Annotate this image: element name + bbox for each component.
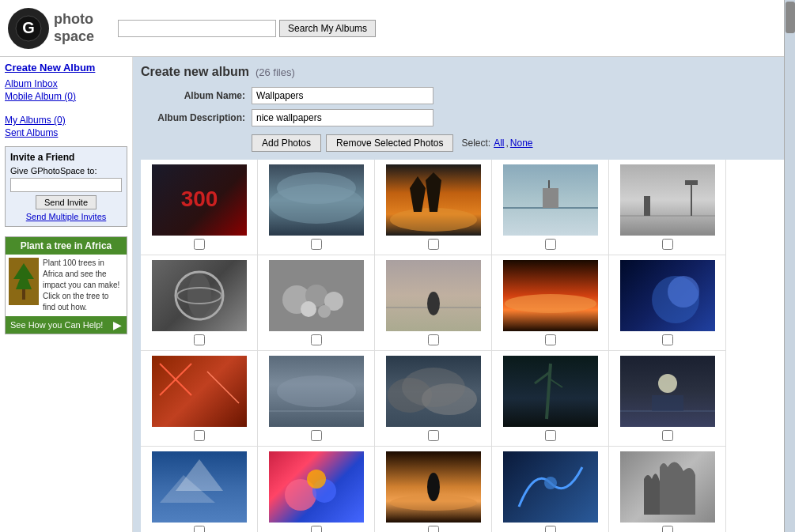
album-name-row: Album Name: [141,87,787,104]
svg-marker-3 [13,263,34,289]
photo-checkbox[interactable] [662,430,673,441]
photo-cell [141,255,258,351]
photo-checkbox[interactable] [428,334,439,345]
invite-box: Invite a Friend Give GPhotoSpace to: Sen… [5,146,127,227]
send-multiple-invites-link[interactable]: Send Multiple Invites [10,212,122,221]
send-invite-button[interactable]: Send Invite [36,195,97,209]
photo-checkbox[interactable] [545,430,556,441]
svg-rect-16 [685,180,698,185]
photo-cell [492,160,609,255]
photo-cell: 300 [141,160,258,255]
photo-thumb-10 [620,260,715,331]
svg-rect-14 [644,196,650,216]
sidebar-album-inbox[interactable]: Album Inbox [5,78,127,89]
main-content: Create new album (26 files) Album Name: … [133,57,795,532]
svg-text:300: 300 [180,187,218,211]
photo-row-1: 300 [141,160,787,255]
photo-checkbox[interactable] [311,334,322,345]
svg-line-40 [551,379,562,387]
photo-cell [258,255,375,351]
photo-row-2 [141,255,787,351]
ad-tree-image[interactable] [9,258,39,305]
photo-cell [609,351,726,447]
photo-checkbox[interactable] [194,239,205,250]
svg-text:G: G [22,19,35,36]
logo[interactable]: G photo space [8,8,94,49]
ad-footer-link[interactable]: See How you Can Help! ▶ [6,316,127,334]
photo-checkbox[interactable] [545,526,556,532]
photo-checkbox[interactable] [311,239,322,250]
ad-footer-text: See How you Can Help! [10,320,103,330]
add-photos-button[interactable]: Add Photos [252,134,321,152]
select-none-link[interactable]: None [510,138,533,149]
photo-cell [492,255,609,351]
photo-cell [609,447,726,532]
invite-input[interactable] [10,178,122,192]
sidebar-mobile-album[interactable]: Mobile Album (0) [5,91,127,102]
photo-checkbox[interactable] [662,526,673,532]
photo-thumb-5 [620,164,715,236]
select-all-link[interactable]: All [494,138,504,149]
sidebar-sent-albums[interactable]: Sent Albums [5,127,127,138]
scrollbar[interactable] [784,0,795,532]
sidebar-my-albums[interactable]: My Albums (0) [5,115,127,126]
svg-point-23 [301,301,316,317]
album-name-input[interactable] [252,87,433,104]
svg-line-32 [207,372,239,403]
photo-thumb-15 [620,356,715,427]
album-desc-input[interactable] [252,109,433,126]
search-albums-button[interactable]: Search My Albums [279,20,376,37]
photo-cell [609,160,726,255]
svg-point-34 [277,375,356,407]
logo-photo-text: photo [54,11,94,28]
file-count: (26 files) [256,66,295,78]
photo-checkbox[interactable] [428,430,439,441]
photo-cell [258,447,375,532]
svg-point-6 [269,184,364,224]
svg-marker-8 [426,172,441,212]
photo-checkbox[interactable] [194,430,205,441]
svg-point-51 [544,477,557,489]
photo-checkbox[interactable] [311,526,322,532]
photo-action-buttons: Add Photos Remove Selected Photos Select… [252,134,787,152]
photo-thumb-19 [503,451,598,523]
logo-icon: G [8,8,49,49]
photo-cell [375,447,492,532]
photo-checkbox[interactable] [662,239,673,250]
photo-grid: 300 [141,160,787,532]
photo-thumb-7 [269,260,364,331]
photo-cell [141,351,258,447]
search-area: Search My Albums [118,20,376,37]
photo-thumb-18 [386,451,481,523]
ad-body: Plant 100 trees in Africa and see the im… [6,255,127,316]
photo-cell [492,447,609,532]
create-album-title: Create new album [141,65,249,79]
photo-thumb-13 [386,356,481,427]
photo-checkbox[interactable] [428,526,439,532]
photo-thumb-4 [503,164,598,236]
search-input[interactable] [118,20,276,37]
sidebar-nav: Create New Album Album Inbox Mobile Albu… [5,62,127,138]
photo-cell [375,255,492,351]
photo-checkbox[interactable] [194,526,205,532]
photo-checkbox[interactable] [194,334,205,345]
photo-thumb-1: 300 [152,164,247,236]
photo-checkbox[interactable] [311,430,322,441]
svg-point-50 [427,473,440,501]
photo-checkbox[interactable] [662,334,673,345]
ad-box: Plant a tree in Africa Plant 100 trees i… [5,236,127,334]
invite-label: Give GPhotoSpace to: [10,166,122,175]
scrollbar-thumb[interactable] [786,2,795,33]
photo-cell [141,447,258,532]
photo-checkbox[interactable] [428,239,439,250]
svg-point-29 [668,276,699,308]
create-new-album-link[interactable]: Create New Album [5,62,127,74]
remove-selected-photos-button[interactable]: Remove Selected Photos [326,134,453,152]
svg-rect-11 [543,188,558,208]
photo-checkbox[interactable] [545,239,556,250]
photo-checkbox[interactable] [545,334,556,345]
photo-thumb-20 [620,451,715,523]
photo-cell [375,351,492,447]
svg-point-48 [307,470,326,489]
photo-cell [258,160,375,255]
